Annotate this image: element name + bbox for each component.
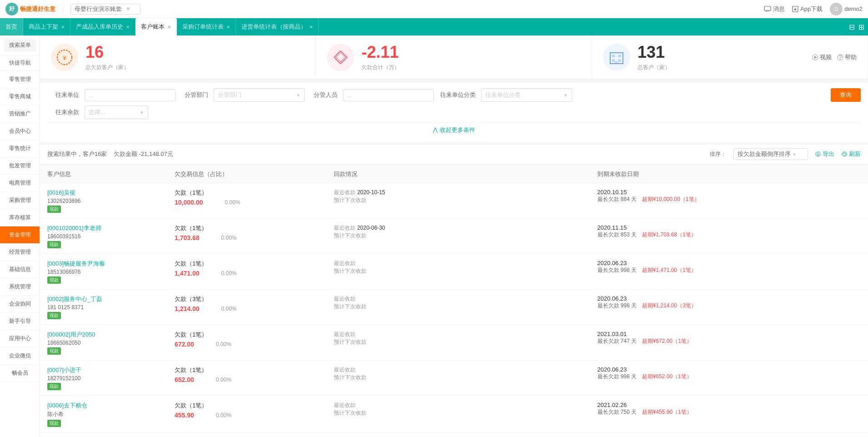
stat-card-total-customers: 131 总客户（家） 视频 ? 帮助 — [592, 35, 868, 79]
customer-phone-4: 18665062050 — [47, 340, 175, 346]
due-date-5: 2020.06.23 — [597, 366, 861, 373]
last-collect-0: 最近收款 2020-10-15 — [334, 189, 597, 196]
view-help-btn[interactable]: ? 帮助 — [837, 53, 857, 61]
customer-name-link-5[interactable]: [0007]小进干 — [47, 366, 175, 374]
sidebar-item-inventory[interactable]: 库存核算 — [0, 209, 40, 226]
results-summary: 搜索结果中，客户16家 欠款金额 -21,148.07元 — [47, 150, 173, 158]
stat-card-3-info: 131 总客户（家） — [637, 43, 670, 71]
tab-goods[interactable]: 商品上下架 ✕ — [23, 18, 70, 35]
chevron-down-icon-3: ▼ — [140, 110, 144, 115]
customer-name-link-2[interactable]: [0003]畅捷服务尹海藜 — [47, 260, 175, 268]
tab-bar: 首页 商品上下架 ✕ 产成品入库单历史 ✕ 客户账本 ✕ 采购订单统计表 ✕ 进… — [0, 18, 868, 35]
sidebar-item-changhui[interactable]: 畅会员 — [0, 365, 40, 382]
debt-pct-0: 0.00% — [225, 199, 240, 206]
export-btn[interactable]: 导出 — [815, 150, 834, 158]
sidebar-item-purchase[interactable]: 采购管理 — [0, 192, 40, 209]
overdue-text-0[interactable]: 超期¥10,000.00（1笔） — [642, 196, 700, 202]
stat-total-customers-value: 131 — [637, 43, 670, 62]
tab-maximize-icon[interactable]: ⊞ — [858, 23, 864, 31]
sidebar-item-marketing[interactable]: 营销推广 — [0, 105, 40, 123]
search-menu-button[interactable]: 搜索菜单 — [4, 39, 36, 51]
overdue-text-3[interactable]: 超期¥1,214.00（3笔） — [642, 302, 697, 309]
filter-input-person[interactable]: ... — [343, 89, 434, 101]
sidebar-item-system[interactable]: 系统管理 — [0, 278, 40, 296]
sidebar-item-ecommerce[interactable]: 电商管理 — [0, 175, 40, 192]
sidebar-item-member[interactable]: 会员中心 — [0, 123, 40, 140]
collapse-filter-btn[interactable]: ⋀ 收起更多条件 — [47, 123, 861, 137]
chevron-up-icon: ⋀ — [433, 126, 438, 133]
debt-count-0: 欠款（1笔） — [175, 189, 334, 197]
overdue-text-4[interactable]: 超期¥672.00（1笔） — [642, 338, 692, 344]
customer-tag-4: 现款 — [47, 347, 61, 355]
tab-close-icon[interactable]: ✕ — [309, 25, 313, 30]
customer-name-link-4[interactable]: [000002]用户2050 — [47, 331, 175, 339]
tab-close-icon[interactable]: ✕ — [226, 25, 230, 30]
user-avatar[interactable]: D demo2 — [830, 3, 863, 15]
customer-tag-2: 现款 — [47, 276, 61, 284]
debt-pct-5: 0.00% — [216, 377, 231, 383]
sidebar-item-finance[interactable]: 资金管理 — [0, 226, 40, 244]
tab-purchase-stats[interactable]: 采购订单统计表 ✕ — [177, 18, 236, 35]
tab-close-icon[interactable]: ✕ — [167, 25, 171, 30]
customer-name-link-0[interactable]: [0016]吴俊 — [47, 189, 175, 197]
overdue-text-2[interactable]: 超期¥1,471.00（1笔） — [642, 267, 697, 273]
tab-home[interactable]: 首页 — [0, 18, 23, 35]
last-collect-3: 最近收款 — [334, 295, 597, 303]
company-selector[interactable]: 母婴行业演示账套 ▼ — [70, 4, 140, 15]
debt-count-1: 欠款（1笔） — [175, 224, 334, 232]
next-collect-5: 预计下次收款 — [334, 374, 597, 382]
sidebar-item-guide[interactable]: 新手引导 — [0, 313, 40, 330]
table-row: [0007]小进干 18279152100 现款 欠款（1笔） 652.00 0… — [40, 361, 868, 396]
overdue-text-5[interactable]: 超期¥652.00（1笔） — [642, 373, 692, 380]
sort-selector[interactable]: 按欠款金额倒序排序 ▼ — [733, 148, 808, 160]
sidebar-item-basic-info[interactable]: 基础信息 — [0, 261, 40, 278]
debt-amount-0: 10,000.00 — [175, 199, 203, 206]
stats-bar: ¥ 16 总欠款客户（家） -2.11 欠款合计（万） — [40, 35, 868, 79]
message-btn[interactable]: 消息 — [764, 5, 785, 13]
customer-name-link-6[interactable]: [0006]去下粮仓 — [47, 402, 175, 410]
tab-close-icon[interactable]: ✕ — [126, 25, 130, 30]
svg-rect-7 — [612, 55, 615, 57]
customer-name-link-1[interactable]: [0001020001]李老师 — [47, 224, 175, 232]
tab-customer-account[interactable]: 客户账本 ✕ — [135, 18, 177, 35]
sidebar-item-retail-mall[interactable]: 零售商城 — [0, 88, 40, 105]
view-video-btn[interactable]: 视频 — [812, 53, 832, 61]
query-button[interactable]: 查询 — [831, 88, 861, 102]
sidebar-item-retail-stats[interactable]: 零售统计 — [0, 140, 40, 157]
overdue-text-6[interactable]: 超期¥455.90（1笔） — [642, 409, 692, 415]
sidebar-item-collab[interactable]: 企业协同 — [0, 296, 40, 313]
tab-minimize-icon[interactable]: ⊟ — [849, 23, 855, 31]
sidebar-quick-nav[interactable]: 快捷导航 — [0, 55, 40, 71]
overdue-row-2: 最长欠款 998 天 超期¥1,471.00（1笔） — [597, 266, 861, 274]
debt-info-5: 欠款（1笔） 652.00 0.00% — [175, 366, 334, 383]
debt-info-1: 欠款（1笔） 1,703.68 0.00% — [175, 224, 334, 241]
sidebar-item-retail-mgmt[interactable]: 零售管理 — [0, 71, 40, 88]
filter-input-unit[interactable]: ... — [85, 89, 176, 101]
filter-label-person: 分管人员 — [310, 91, 337, 99]
top-bar-left: 好 畅捷通好生意 母婴行业演示账套 ▼ — [5, 3, 140, 15]
tab-stock-stats[interactable]: 进货单统计表（按商品） ✕ — [236, 18, 319, 35]
customer-phone-1: 18600391516 — [47, 233, 175, 240]
sidebar-item-operations[interactable]: 经营管理 — [0, 244, 40, 261]
sidebar-item-wechat[interactable]: 企业微信 — [0, 347, 40, 365]
logo-area: 好 畅捷通好生意 — [5, 3, 55, 15]
sidebar-item-wholesale[interactable]: 批发管理 — [0, 157, 40, 175]
tab-production[interactable]: 产成品入库单历史 ✕ — [70, 18, 135, 35]
debt-amount-1: 1,703.68 — [175, 234, 200, 241]
filter-select-balance[interactable]: 选择... ▼ — [85, 105, 148, 119]
svg-marker-13 — [814, 56, 817, 59]
app-download-btn[interactable]: App下载 — [792, 5, 823, 13]
collection-info-1: 最近收款 2020-06-30 预计下次收款 — [334, 224, 597, 240]
customer-tag-1: 现款 — [47, 241, 61, 248]
tab-close-icon[interactable]: ✕ — [61, 25, 65, 30]
svg-rect-10 — [618, 59, 621, 62]
filter-select-unit-type[interactable]: 往来单位分类 ▼ — [481, 88, 572, 102]
filter-select-dept[interactable]: 分管部门 ▼ — [214, 88, 305, 102]
results-bar: 搜索结果中，客户16家 欠款金额 -21,148.07元 排序： 按欠款金额倒序… — [40, 144, 868, 164]
sidebar-item-app-center[interactable]: 应用中心 — [0, 330, 40, 347]
customer-name-link-3[interactable]: [0002]服务中心_丁磊 — [47, 295, 175, 303]
due-date-3: 2020.06.23 — [597, 295, 861, 302]
refresh-btn[interactable]: 刷新 — [842, 150, 861, 158]
overdue-text-1[interactable]: 超期¥1,703.68（1笔） — [642, 231, 697, 238]
due-info-4: 2021.03.01 最长欠款 747 天 超期¥672.00（1笔） — [597, 331, 861, 345]
